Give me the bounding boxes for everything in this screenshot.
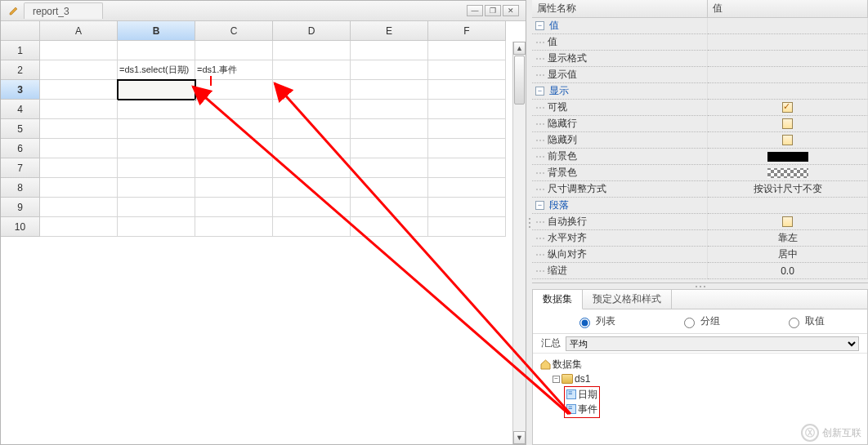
cell-F3[interactable] [428, 80, 506, 100]
cell-D9[interactable] [273, 198, 351, 217]
checkbox-icon[interactable] [782, 102, 793, 113]
row-header[interactable]: 10 [1, 217, 40, 237]
cell-F10[interactable] [428, 217, 506, 237]
vertical-scrollbar[interactable]: ▲ ▼ [512, 42, 526, 444]
prop-value[interactable] [708, 132, 868, 149]
col-header[interactable]: C [195, 21, 273, 41]
col-header[interactable]: F [428, 21, 506, 41]
tree-ds[interactable]: − ds1 [538, 372, 862, 386]
prop-row[interactable]: −显示 [532, 83, 868, 100]
cell-A1[interactable] [40, 41, 118, 60]
color-swatch[interactable] [767, 152, 808, 162]
cell-F6[interactable] [428, 139, 506, 158]
cell-B2[interactable]: =ds1.select(日期) [118, 60, 195, 80]
radio-group[interactable]: 分组 [680, 314, 720, 328]
col-header[interactable]: E [351, 21, 428, 41]
prop-row[interactable]: ⋯前景色 [532, 149, 868, 165]
row-header[interactable]: 7 [1, 158, 40, 178]
prop-row[interactable]: ⋯隐藏行 [532, 116, 868, 132]
cell-C9[interactable] [195, 198, 273, 217]
prop-value[interactable] [708, 100, 868, 116]
close-button[interactable]: ✕ [503, 5, 519, 16]
cell-D4[interactable] [273, 100, 351, 119]
cell-E6[interactable] [351, 139, 428, 158]
prop-row[interactable]: ⋯值 [532, 34, 868, 51]
checkbox-icon[interactable] [782, 216, 793, 227]
prop-row[interactable]: −值 [532, 18, 868, 34]
cell-C10[interactable] [195, 217, 273, 237]
tab-dataset[interactable]: 数据集 [533, 290, 583, 309]
cell-A7[interactable] [40, 158, 118, 178]
prop-row[interactable]: ⋯显示格式 [532, 51, 868, 67]
cell-F2[interactable] [428, 60, 506, 80]
cell-D10[interactable] [273, 217, 351, 237]
row-header[interactable]: 2 [1, 60, 40, 80]
prop-value[interactable] [708, 51, 868, 67]
cell-A10[interactable] [40, 217, 118, 237]
cell-E4[interactable] [351, 100, 428, 119]
checkbox-icon[interactable] [782, 135, 793, 145]
maximize-button[interactable]: ❐ [485, 5, 501, 16]
cell-E10[interactable] [351, 217, 428, 237]
vertical-splitter[interactable] [526, 0, 532, 445]
cell-A8[interactable] [40, 178, 118, 198]
prop-row[interactable]: ⋯自动换行 [532, 214, 868, 230]
cell-A3[interactable] [40, 80, 118, 100]
cell-D8[interactable] [273, 178, 351, 198]
cell-F8[interactable] [428, 178, 506, 198]
prop-value[interactable]: 0.0 [708, 263, 868, 279]
collapse-icon[interactable]: − [553, 376, 560, 383]
cell-F7[interactable] [428, 158, 506, 178]
cell-F5[interactable] [428, 119, 506, 139]
cell-F4[interactable] [428, 100, 506, 119]
scroll-thumb[interactable] [514, 56, 525, 105]
cell-B9[interactable] [118, 198, 195, 217]
tree-root[interactable]: 数据集 [538, 357, 862, 372]
scroll-up-icon[interactable]: ▲ [513, 42, 526, 55]
cell-C4[interactable] [195, 100, 273, 119]
cell-B6[interactable] [118, 139, 195, 158]
prop-value[interactable] [708, 34, 868, 51]
cell-B10[interactable] [118, 217, 195, 237]
prop-row[interactable]: ⋯背景色 [532, 165, 868, 181]
radio-list[interactable]: 列表 [575, 314, 615, 328]
prop-value[interactable] [708, 165, 868, 181]
prop-row[interactable]: ⋯尺寸调整方式按设计尺寸不变 [532, 181, 868, 198]
cell-C3[interactable] [195, 80, 273, 100]
cell-A2[interactable] [40, 60, 118, 80]
row-header[interactable]: 6 [1, 139, 40, 158]
cell-E5[interactable] [351, 119, 428, 139]
horizontal-splitter[interactable] [532, 283, 868, 289]
cell-B1[interactable] [118, 41, 195, 60]
cell-C7[interactable] [195, 158, 273, 178]
cell-B5[interactable] [118, 119, 195, 139]
cell-B8[interactable] [118, 178, 195, 198]
radio-value[interactable]: 取值 [785, 314, 825, 328]
row-header[interactable]: 8 [1, 178, 40, 198]
prop-value[interactable] [708, 67, 868, 83]
cell-B3[interactable] [118, 80, 195, 100]
collapse-icon[interactable]: − [535, 87, 544, 96]
prop-value[interactable] [708, 198, 868, 214]
prop-value[interactable] [708, 116, 868, 132]
col-header[interactable]: B [118, 21, 195, 41]
prop-value[interactable]: 靠左 [708, 230, 868, 247]
sheet-corner[interactable] [1, 21, 40, 41]
minimize-button[interactable]: — [467, 5, 483, 16]
row-header[interactable]: 5 [1, 119, 40, 139]
cell-E3[interactable] [351, 80, 428, 100]
cell-C6[interactable] [195, 139, 273, 158]
collapse-icon[interactable]: − [535, 201, 544, 210]
cell-E9[interactable] [351, 198, 428, 217]
cell-A9[interactable] [40, 198, 118, 217]
checkbox-icon[interactable] [782, 118, 793, 129]
prop-value[interactable] [708, 149, 868, 165]
prop-row[interactable]: ⋯隐藏列 [532, 132, 868, 149]
prop-value[interactable] [708, 18, 868, 34]
collapse-icon[interactable]: − [535, 21, 544, 30]
prop-row[interactable]: ⋯缩进0.0 [532, 263, 868, 279]
cell-D1[interactable] [273, 41, 351, 60]
row-header[interactable]: 3 [1, 80, 40, 100]
row-header[interactable]: 9 [1, 198, 40, 217]
prop-value[interactable]: 按设计尺寸不变 [708, 181, 868, 198]
